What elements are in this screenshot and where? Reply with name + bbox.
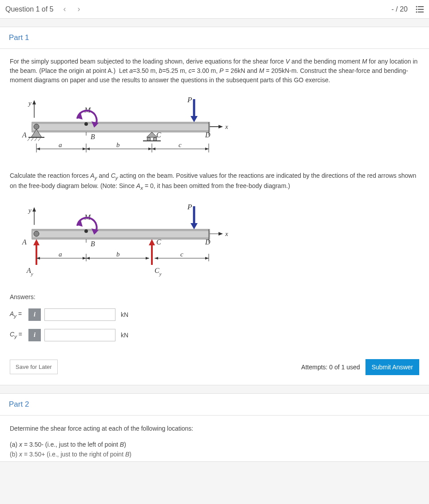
svg-rect-3: [418, 9, 424, 10]
beam-figure-1: y x A M: [10, 91, 419, 167]
svg-text:b: b: [116, 141, 120, 148]
next-question-arrow[interactable]: ›: [76, 4, 82, 14]
svg-point-4: [416, 11, 417, 12]
submit-answer-button[interactable]: Submit Answer: [365, 359, 419, 375]
svg-marker-92: [146, 257, 149, 260]
svg-text:b: b: [116, 251, 120, 258]
svg-text:a: a: [59, 141, 62, 148]
attempts-text: Attempts: 0 of 1 used: [301, 364, 360, 371]
svg-marker-7: [32, 100, 36, 104]
svg-line-22: [38, 137, 41, 141]
part1-footer: Save for Later Attempts: 0 of 1 used Sub…: [10, 359, 419, 375]
svg-text:C: C: [156, 238, 161, 246]
part1-prompt: For the simply supported beam subjected …: [10, 57, 419, 85]
svg-marker-53: [205, 148, 209, 150]
cy-unit: kN: [121, 332, 128, 339]
svg-marker-47: [86, 148, 90, 150]
beam-figure-2-fbd: y x A M P B C D: [10, 198, 419, 287]
svg-rect-14: [32, 122, 210, 124]
svg-marker-95: [155, 257, 158, 260]
attempts-group: Attempts: 0 of 1 used Submit Answer: [301, 359, 419, 375]
part1-calc-text: Calculate the reaction forces Ay and Cy …: [10, 171, 419, 192]
svg-marker-24: [147, 132, 157, 137]
list-menu-icon[interactable]: [416, 6, 424, 13]
svg-text:D: D: [205, 131, 211, 139]
svg-text:y: y: [28, 207, 32, 214]
part2-title: Part 2: [9, 400, 29, 408]
svg-rect-64: [32, 237, 210, 239]
svg-line-20: [31, 137, 34, 141]
svg-marker-11: [218, 125, 223, 128]
svg-text:c: c: [179, 141, 182, 148]
svg-point-2: [416, 8, 417, 10]
answer-row-ay: Ay = i kN: [10, 308, 419, 321]
svg-text:A: A: [22, 131, 27, 139]
svg-marker-41: [36, 148, 40, 150]
svg-point-65: [34, 231, 39, 236]
ay-input[interactable]: [44, 308, 115, 321]
svg-text:x: x: [225, 230, 228, 237]
svg-text:B: B: [91, 240, 95, 248]
svg-text:P: P: [187, 96, 192, 104]
svg-marker-57: [32, 207, 36, 212]
save-for-later-button[interactable]: Save for Later: [10, 360, 58, 374]
svg-rect-63: [32, 229, 210, 231]
prev-question-arrow[interactable]: ‹: [62, 4, 68, 14]
svg-line-19: [28, 137, 30, 141]
info-button-cy[interactable]: i: [28, 329, 41, 341]
svg-text:C: C: [156, 131, 161, 139]
svg-line-21: [35, 137, 37, 141]
part2-item-b: (b) x = 3.50+ (i.e., just to the right o…: [10, 449, 419, 459]
svg-marker-48: [148, 148, 152, 150]
svg-text:x: x: [225, 123, 228, 130]
svg-marker-73: [191, 223, 198, 229]
svg-point-70: [84, 229, 88, 233]
score-display: - / 20: [392, 5, 408, 13]
svg-rect-5: [418, 12, 424, 12]
ay-unit: kN: [121, 311, 128, 318]
part2-options: (a) x = 3.50- (i.e., just to the left of…: [10, 440, 419, 460]
svg-marker-83: [149, 239, 155, 245]
svg-text:D: D: [205, 238, 211, 246]
svg-point-31: [84, 122, 88, 126]
svg-text:c: c: [180, 251, 183, 258]
svg-rect-15: [32, 130, 210, 132]
svg-text:A: A: [22, 238, 27, 246]
part1-body: For the simply supported beam subjected …: [0, 49, 429, 385]
svg-marker-34: [191, 116, 198, 122]
svg-text:Ay: Ay: [26, 267, 33, 276]
svg-text:Cy: Cy: [155, 267, 162, 276]
cy-input[interactable]: [44, 329, 115, 341]
svg-marker-91: [86, 257, 90, 260]
topbar-right: - / 20: [392, 5, 424, 13]
question-counter: Question 1 of 5: [5, 5, 54, 13]
svg-marker-96: [205, 257, 209, 260]
svg-marker-52: [152, 148, 155, 150]
svg-marker-60: [218, 232, 223, 236]
topbar-left: Question 1 of 5 ‹ ›: [5, 4, 82, 14]
svg-text:P: P: [187, 203, 192, 211]
part2-item-a: (a) x = 3.50- (i.e., just to the left of…: [10, 440, 419, 449]
svg-marker-87: [83, 257, 86, 260]
svg-marker-80: [33, 239, 40, 245]
svg-text:B: B: [91, 133, 95, 140]
svg-text:a: a: [59, 251, 62, 258]
svg-point-0: [416, 6, 417, 7]
svg-point-16: [34, 124, 39, 129]
svg-marker-42: [83, 148, 86, 150]
svg-point-25: [147, 137, 151, 141]
cy-label: Cy =: [10, 331, 25, 339]
answers-label: Answers:: [10, 293, 419, 300]
part2-header[interactable]: Part 2: [0, 393, 429, 416]
svg-text:y: y: [28, 100, 32, 107]
svg-rect-1: [418, 6, 424, 7]
ay-label: Ay =: [10, 310, 25, 319]
part1-header[interactable]: Part 1: [0, 27, 429, 49]
answer-row-cy: Cy = i kN: [10, 329, 419, 341]
part1-title: Part 1: [9, 33, 29, 42]
info-button-ay[interactable]: i: [28, 308, 41, 321]
part2-body: Determine the shear force acting at each…: [0, 416, 429, 462]
part2-prompt: Determine the shear force acting at each…: [10, 424, 419, 433]
question-topbar: Question 1 of 5 ‹ › - / 20: [0, 0, 429, 19]
